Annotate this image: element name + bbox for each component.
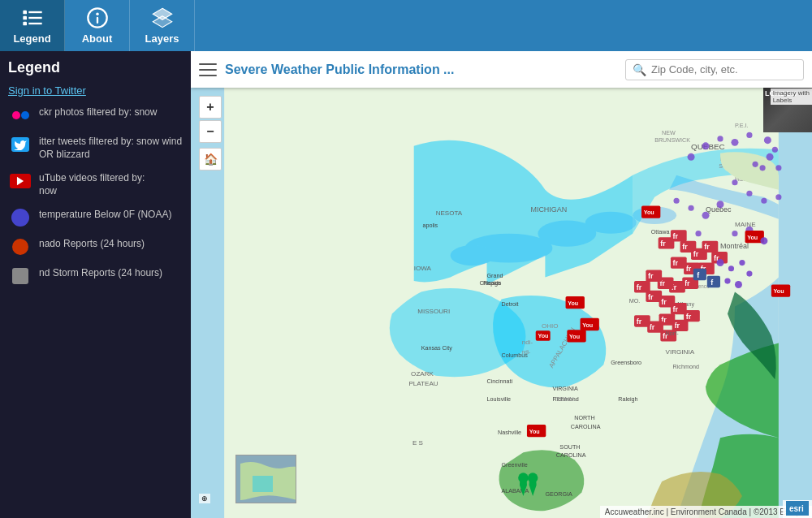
zoom-out-button[interactable]: − — [199, 120, 222, 143]
svg-text:Ottawa: Ottawa — [651, 229, 670, 235]
svg-point-65 — [688, 153, 695, 161]
flickr-icon — [8, 106, 32, 124]
list-icon — [21, 6, 44, 29]
svg-text:NEW: NEW — [662, 130, 676, 136]
legend-item-twitter: itter tweets filtered by: snow wind OR b… — [8, 136, 183, 161]
search-input[interactable] — [651, 63, 797, 76]
map-container[interactable]: Severe Weather Public Information ... 🔍 … — [191, 51, 812, 518]
svg-text:Greenville: Greenville — [502, 462, 528, 468]
svg-point-75 — [775, 165, 781, 171]
london-label: Imagery with Labels — [771, 88, 812, 105]
home-button[interactable]: 🏠 — [199, 148, 222, 171]
map-title: Severe Weather Public Information ... — [225, 63, 617, 77]
svg-text:You: You — [582, 322, 593, 329]
svg-text:OZARK: OZARK — [411, 370, 434, 378]
svg-point-72 — [767, 153, 774, 161]
temperature-icon — [8, 209, 32, 227]
svg-text:fr: fr — [704, 243, 710, 251]
svg-text:OHIO: OHIO — [542, 322, 559, 330]
svg-text:You: You — [569, 334, 580, 340]
hamburger-line-3 — [199, 75, 217, 76]
sidebar-title: Legend — [8, 59, 183, 76]
map-controls: + − 🏠 — [199, 96, 222, 171]
svg-point-156 — [746, 270, 752, 276]
main-content: Legend Sign in to Twitter ckr photos fil… — [0, 51, 812, 518]
esri-logo: esri — [783, 500, 812, 518]
svg-point-154 — [724, 278, 730, 283]
svg-point-67 — [717, 136, 723, 141]
svg-point-68 — [731, 139, 738, 146]
svg-point-157 — [760, 237, 767, 244]
svg-text:fr: fr — [650, 323, 655, 331]
search-bar[interactable]: 🔍 — [625, 59, 804, 80]
svg-text:ndi-: ndi- — [522, 349, 530, 355]
hamburger-menu-icon[interactable] — [199, 63, 217, 76]
svg-text:ndi-: ndi- — [522, 339, 533, 346]
svg-text:NORTH: NORTH — [574, 415, 594, 421]
svg-rect-8 — [96, 17, 97, 24]
svg-text:TENN.: TENN. — [556, 395, 576, 403]
svg-rect-135 — [707, 276, 720, 287]
svg-text:You: You — [538, 333, 548, 339]
svg-text:Grand: Grand — [487, 273, 503, 279]
svg-text:You: You — [747, 235, 758, 241]
map-svg: QUEBEC Québec Montréal NESOTA IOWA MISSO… — [191, 88, 812, 518]
svg-text:fr: fr — [686, 265, 692, 273]
svg-text:P.E.I.: P.E.I. — [735, 123, 749, 129]
svg-point-7 — [96, 13, 99, 15]
tornado-label: nado Reports (24 hours) — [39, 238, 145, 251]
map-scale-bar: ⊕ — [199, 494, 210, 503]
tab-about[interactable]: About — [65, 0, 130, 51]
legend-item-storm: nd Storm Reports (24 hours) — [8, 267, 183, 285]
flickr-dot-blue — [21, 111, 29, 119]
svg-text:Nashville: Nashville — [498, 430, 521, 436]
svg-text:NESOTA: NESOTA — [436, 209, 463, 217]
info-icon — [86, 6, 109, 29]
svg-point-84 — [732, 231, 737, 236]
svg-text:fr: fr — [637, 283, 642, 291]
tab-layers[interactable]: Layers — [130, 0, 195, 51]
svg-point-69 — [746, 132, 752, 138]
svg-point-76 — [732, 179, 737, 185]
svg-rect-1 — [28, 11, 41, 13]
svg-text:esri: esri — [789, 504, 804, 513]
twitter-signin-link[interactable]: Sign in to Twitter — [8, 84, 183, 97]
map-header: Severe Weather Public Information ... 🔍 — [191, 51, 812, 88]
svg-rect-133 — [693, 269, 706, 280]
svg-text:apolis: apolis — [422, 222, 438, 229]
search-icon: 🔍 — [633, 63, 646, 76]
svg-text:IOWA: IOWA — [414, 265, 432, 272]
svg-point-86 — [695, 231, 701, 236]
svg-point-82 — [688, 205, 693, 211]
svg-text:MISSOURI: MISSOURI — [417, 308, 450, 315]
twitter-bird-icon — [11, 137, 29, 152]
svg-rect-0 — [23, 11, 27, 15]
svg-text:fr: fr — [648, 272, 654, 280]
svg-rect-3 — [28, 17, 41, 19]
svg-rect-4 — [23, 22, 27, 26]
zoom-in-button[interactable]: + — [199, 96, 222, 119]
svg-text:GEORGIA: GEORGIA — [545, 491, 572, 498]
sidebar: Legend Sign in to Twitter ckr photos fil… — [0, 51, 191, 518]
svg-text:fr: fr — [660, 240, 666, 248]
svg-text:MICHIGAN: MICHIGAN — [530, 205, 567, 214]
svg-text:fr: fr — [686, 313, 692, 321]
twitter-icon — [8, 136, 32, 153]
svg-text:MAINE: MAINE — [735, 221, 756, 228]
tornado-icon — [8, 238, 32, 256]
svg-text:Louisville: Louisville — [487, 396, 512, 403]
svg-text:fr: fr — [674, 322, 680, 330]
svg-point-77 — [746, 191, 752, 196]
svg-text:Norf-: Norf- — [666, 330, 680, 337]
tab-legend[interactable]: Legend — [0, 0, 65, 51]
svg-text:PLATEAU: PLATEAU — [408, 380, 438, 387]
svg-text:fr: fr — [685, 279, 690, 287]
svg-text:Raleigh: Raleigh — [618, 396, 637, 403]
tab-about-label: About — [82, 32, 113, 45]
overview-map[interactable] — [235, 455, 296, 503]
svg-text:MO.: MO. — [629, 298, 641, 304]
svg-point-155 — [735, 281, 742, 288]
svg-text:f: f — [710, 278, 713, 287]
svg-point-70 — [764, 136, 771, 144]
svg-text:fr: fr — [693, 250, 699, 258]
